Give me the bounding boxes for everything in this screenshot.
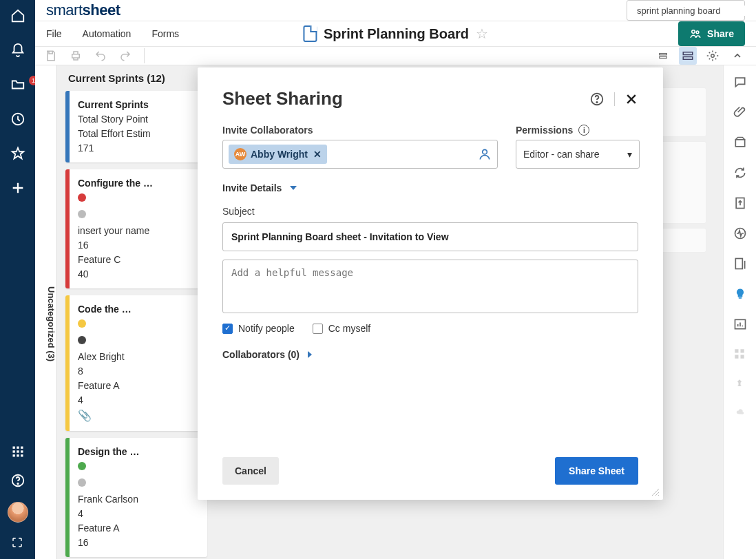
card[interactable]: Design the … Frank Carlson 4 Feature A 1… xyxy=(65,438,207,557)
svg-rect-15 xyxy=(72,54,80,58)
svg-point-32 xyxy=(596,101,597,102)
settings-icon[interactable] xyxy=(704,47,722,65)
activity-icon[interactable] xyxy=(733,226,747,240)
contact-picker-icon[interactable] xyxy=(478,147,492,161)
favorites-icon[interactable] xyxy=(10,146,25,161)
recents-icon[interactable] xyxy=(10,112,25,127)
menu-file[interactable]: File xyxy=(46,28,62,39)
close-icon[interactable] xyxy=(624,92,638,106)
card-line: Frank Carlson xyxy=(78,492,199,507)
comments-icon[interactable] xyxy=(733,75,747,89)
card-line: Feature A xyxy=(78,379,199,393)
status-dot-icon xyxy=(78,336,86,344)
collaborators-toggle[interactable]: Collaborators (0) xyxy=(222,349,638,360)
chart-icon[interactable] xyxy=(733,317,747,331)
proofs-icon[interactable] xyxy=(733,136,747,149)
svg-rect-16 xyxy=(660,54,667,55)
right-rail xyxy=(723,65,756,559)
permissions-select[interactable]: Editor - can share ▾ xyxy=(516,140,640,169)
checkbox-icon xyxy=(222,324,233,334)
print-icon[interactable] xyxy=(70,50,82,62)
update-requests-icon[interactable] xyxy=(733,166,747,180)
publish-icon[interactable] xyxy=(733,196,747,210)
chip-avatar: AW xyxy=(234,148,246,160)
cloud-icon[interactable] xyxy=(733,408,747,422)
svg-rect-2 xyxy=(17,447,19,449)
chip-remove-icon[interactable]: ✕ xyxy=(313,149,322,160)
pin-icon[interactable] xyxy=(733,378,747,392)
home-icon[interactable] xyxy=(10,8,25,23)
menu-forms[interactable]: Forms xyxy=(151,28,179,39)
invite-details-toggle[interactable]: Invite Details xyxy=(222,182,638,193)
add-icon[interactable] xyxy=(10,180,25,196)
message-textarea[interactable] xyxy=(222,260,638,313)
notify-people-checkbox[interactable]: Notify people xyxy=(222,323,295,334)
summary-icon[interactable] xyxy=(733,257,747,271)
apps-icon[interactable] xyxy=(10,444,25,459)
attachment-icon: 📎 xyxy=(78,408,199,424)
subject-label: Subject xyxy=(222,206,638,217)
share-button[interactable]: Share xyxy=(678,21,745,46)
toolbar xyxy=(35,47,756,65)
help-icon[interactable] xyxy=(10,473,25,488)
resize-handle-icon[interactable] xyxy=(651,487,660,497)
attachments-icon[interactable] xyxy=(733,105,747,119)
svg-rect-6 xyxy=(21,450,23,452)
svg-rect-18 xyxy=(683,52,693,55)
card-line: 4 xyxy=(78,393,199,408)
favorite-star-icon[interactable]: ☆ xyxy=(476,25,488,42)
user-avatar[interactable] xyxy=(8,502,28,523)
subject-input[interactable] xyxy=(222,222,638,251)
menubar: File Automation Forms Sprint Planning Bo… xyxy=(35,21,756,47)
chip-name: Abby Wright xyxy=(251,149,308,160)
undo-icon[interactable] xyxy=(94,50,107,62)
status-dot-icon xyxy=(78,462,86,470)
collaborator-chip[interactable]: AW Abby Wright ✕ xyxy=(229,145,327,164)
chevron-down-icon: ▾ xyxy=(627,149,632,160)
expand-icon[interactable] xyxy=(11,536,25,550)
svg-rect-8 xyxy=(17,454,19,456)
card[interactable]: Current Sprints Total Story Point Total … xyxy=(65,91,207,162)
svg-rect-5 xyxy=(17,450,19,452)
cc-myself-checkbox[interactable]: Cc myself xyxy=(313,323,370,334)
collapse-icon[interactable] xyxy=(728,47,746,65)
svg-point-33 xyxy=(483,149,487,154)
folder-icon[interactable] xyxy=(10,77,25,92)
invite-collaborators-label: Invite Collaborators xyxy=(222,125,498,136)
topbar: smartsheet xyxy=(35,0,756,21)
status-dot-icon xyxy=(78,193,86,202)
lane-current-sprints: Current Sprints (12) Current Sprints Tot… xyxy=(57,65,216,559)
notifications-icon[interactable] xyxy=(10,43,25,58)
search-input[interactable] xyxy=(637,6,753,16)
card-line: 40 xyxy=(78,267,199,282)
help-icon[interactable] xyxy=(589,92,605,107)
svg-rect-28 xyxy=(740,349,744,352)
share-sheet-button[interactable]: Share Sheet xyxy=(555,457,638,485)
card-line: insert your name xyxy=(78,224,199,238)
left-nav-rail: 1 xyxy=(0,0,35,559)
menu-automation[interactable]: Automation xyxy=(83,28,132,39)
card[interactable]: Configure the … insert your name 16 Feat… xyxy=(65,169,207,288)
info-icon[interactable]: i xyxy=(578,125,589,136)
collaborators-input[interactable]: AW Abby Wright ✕ xyxy=(222,140,498,169)
tip-icon[interactable] xyxy=(733,287,747,301)
grid-icon[interactable] xyxy=(733,348,747,361)
cancel-button[interactable]: Cancel xyxy=(222,457,279,485)
card[interactable]: Code the … Alex Bright 8 Feature A 4 📎 xyxy=(65,295,207,431)
card-line: 16 xyxy=(78,536,199,550)
sheet-icon xyxy=(303,25,317,42)
svg-rect-17 xyxy=(660,56,667,58)
status-dot-icon xyxy=(78,210,86,218)
chevron-right-icon xyxy=(308,351,312,358)
redo-icon[interactable] xyxy=(119,50,132,62)
card-line: Alex Bright xyxy=(78,350,199,364)
card-line: 8 xyxy=(78,364,199,379)
save-icon[interactable] xyxy=(45,50,57,62)
compact-view-icon[interactable] xyxy=(654,47,672,65)
logo[interactable]: smartsheet xyxy=(46,1,120,19)
svg-point-14 xyxy=(696,31,699,34)
uncategorized-lane-tab[interactable]: Uncategorized (3) xyxy=(35,65,57,559)
card-line: Feature A xyxy=(78,521,199,536)
search-box[interactable] xyxy=(627,0,745,21)
card-view-icon[interactable] xyxy=(679,47,697,65)
